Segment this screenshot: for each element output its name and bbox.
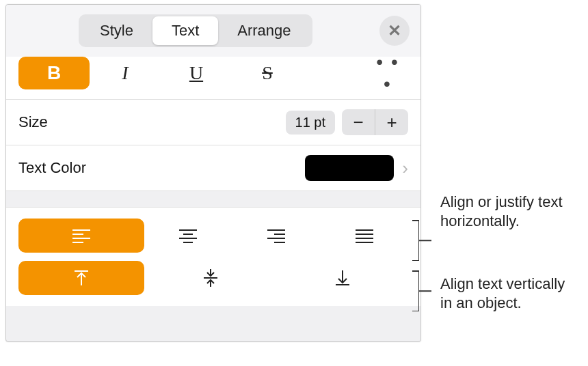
size-value[interactable]: 11 pt bbox=[286, 111, 335, 135]
segmented-tabs: Style Text Arrange bbox=[79, 14, 312, 47]
tab-text[interactable]: Text bbox=[152, 16, 218, 45]
tab-style[interactable]: Style bbox=[81, 16, 152, 45]
chevron-right-icon: › bbox=[402, 158, 408, 179]
callout-bracket-vertical bbox=[418, 270, 419, 311]
align-center-icon bbox=[178, 228, 198, 243]
tab-bar: Style Text Arrange ✕ bbox=[6, 5, 420, 57]
italic-button[interactable]: I bbox=[90, 57, 161, 89]
align-left-icon bbox=[71, 228, 92, 243]
close-icon: ✕ bbox=[388, 21, 401, 40]
align-center-button[interactable] bbox=[144, 219, 232, 253]
vertical-align-row bbox=[18, 261, 408, 295]
justify-button[interactable] bbox=[320, 219, 408, 253]
size-stepper: − + bbox=[342, 109, 408, 135]
close-button[interactable]: ✕ bbox=[379, 16, 410, 46]
underline-button[interactable]: U bbox=[161, 57, 232, 89]
text-color-label: Text Color bbox=[18, 159, 305, 177]
align-middle-icon bbox=[202, 268, 219, 287]
align-right-icon bbox=[266, 228, 286, 243]
callout-horizontal-align: Align or justify text horizontally. bbox=[440, 193, 577, 230]
align-left-button[interactable] bbox=[18, 219, 144, 253]
strikethrough-button[interactable]: S bbox=[232, 57, 303, 89]
callout-bracket-horizontal bbox=[418, 220, 419, 261]
valign-top-button[interactable] bbox=[18, 261, 144, 295]
horizontal-align-row bbox=[18, 219, 408, 253]
alignment-section bbox=[6, 208, 420, 306]
bold-button[interactable]: B bbox=[18, 57, 90, 89]
align-right-button[interactable] bbox=[232, 219, 321, 253]
text-color-row[interactable]: Text Color › bbox=[6, 145, 420, 191]
callout-vertical-align: Align text vertically in an object. bbox=[440, 274, 577, 312]
text-format-row: B I U S • • • bbox=[6, 57, 420, 100]
size-row: Size 11 pt − + bbox=[6, 100, 420, 145]
size-increase-button[interactable]: + bbox=[375, 109, 408, 135]
justify-icon bbox=[354, 228, 375, 243]
section-separator bbox=[6, 191, 420, 208]
valign-middle-button[interactable] bbox=[144, 261, 276, 295]
align-bottom-icon bbox=[334, 269, 351, 287]
valign-bottom-button[interactable] bbox=[276, 261, 408, 295]
align-top-icon bbox=[73, 269, 90, 287]
size-label: Size bbox=[18, 113, 286, 131]
size-decrease-button[interactable]: − bbox=[342, 109, 375, 135]
format-panel: Style Text Arrange ✕ B I U S • • • Size … bbox=[5, 4, 421, 342]
tab-arrange[interactable]: Arrange bbox=[218, 16, 310, 45]
ellipsis-icon: • • • bbox=[371, 51, 404, 95]
more-format-button[interactable]: • • • bbox=[367, 57, 408, 89]
text-color-swatch[interactable] bbox=[305, 155, 394, 181]
